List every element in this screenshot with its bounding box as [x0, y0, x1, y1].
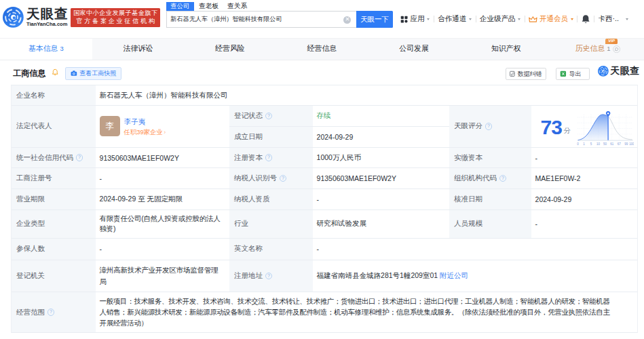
svg-text:5: 5: [590, 142, 592, 145]
svg-text:100: 100: [629, 142, 634, 145]
svg-text:0: 0: [577, 142, 579, 145]
svg-text:10: 10: [596, 142, 601, 145]
svg-text:50: 50: [603, 142, 607, 145]
svg-text:1: 1: [583, 142, 585, 145]
svg-text:99: 99: [624, 142, 628, 145]
svg-text:61: 61: [610, 142, 614, 145]
svg-text:67: 67: [617, 142, 621, 145]
